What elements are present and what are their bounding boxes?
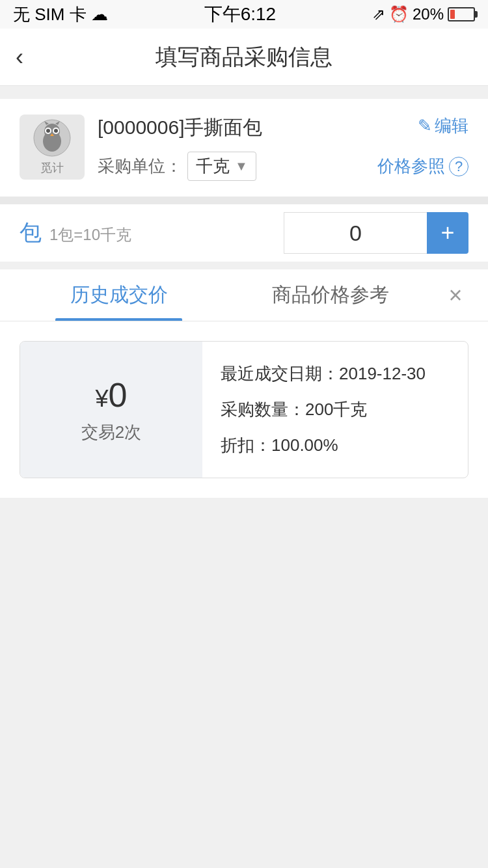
discount-value: 100.00% [271, 435, 338, 455]
status-time: 下午6:12 [204, 2, 277, 27]
quantity-row: 包 1包=10千克 0 + [0, 204, 488, 262]
quantity-input-group: 0 + [284, 212, 468, 254]
discount-item: 折扣：100.00% [221, 433, 450, 458]
history-price: ¥0 [96, 375, 128, 414]
tab-underline [55, 318, 182, 321]
unit-label-text: 采购单位： [98, 155, 182, 178]
tab-price-reference-label: 商品价格参考 [272, 282, 389, 308]
history-card: ¥0 交易2次 最近成交日期：2019-12-30 采购数量：200千克 折扣：… [20, 341, 468, 478]
battery-percent: 20% [413, 5, 444, 23]
edit-icon: ✎ [418, 116, 432, 136]
unit-selector[interactable]: 千克 ▼ [187, 152, 256, 181]
sim-label: 无 SIM 卡 ☁ [13, 3, 108, 26]
product-info: [0000006]手撕面包 ✎ 编辑 采购单位： 千克 ▼ 价格参照 ? [98, 115, 468, 181]
location-icon: ⇗ [372, 5, 385, 23]
purchase-qty-value: 200千克 [305, 400, 367, 419]
battery-fill [450, 10, 455, 19]
tab-content-history: ¥0 交易2次 最近成交日期：2019-12-30 采购数量：200千克 折扣：… [0, 321, 488, 498]
svg-point-5 [46, 129, 50, 133]
recent-date-item: 最近成交日期：2019-12-30 [221, 361, 450, 387]
price-value: 0 [109, 376, 128, 414]
unit-label: 采购单位： 千克 ▼ [98, 152, 256, 181]
unit-conversion-label: 1包=10千克 [49, 224, 131, 245]
history-card-left: ¥0 交易2次 [20, 342, 202, 478]
tab-price-reference[interactable]: 商品价格参考 [224, 269, 436, 321]
back-button[interactable]: ‹ [16, 44, 23, 71]
svg-point-6 [54, 129, 58, 133]
purchase-qty-item: 采购数量：200千克 [221, 397, 450, 422]
tabs-container: 历史成交价 商品价格参考 × ¥0 交易2次 最近成交日期：2019-12-3 [0, 269, 488, 498]
tabs-header: 历史成交价 商品价格参考 × [0, 269, 488, 321]
unit-value: 千克 [196, 155, 230, 178]
quantity-unit-info: 包 1包=10千克 [20, 218, 131, 248]
tab-history-price[interactable]: 历史成交价 [13, 269, 224, 321]
quantity-plus-button[interactable]: + [427, 212, 468, 254]
edit-button[interactable]: ✎ 编辑 [418, 115, 468, 137]
product-unit-row: 采购单位： 千克 ▼ 价格参照 ? [98, 152, 468, 181]
section-divider [0, 197, 488, 204]
recent-date-label: 最近成交日期： [221, 364, 339, 383]
product-card: 觅计 [0000006]手撕面包 ✎ 编辑 采购单位： 千克 ▼ [0, 99, 488, 197]
product-brand-label: 觅计 [40, 160, 64, 176]
product-thumbnail: 觅计 [20, 115, 85, 180]
product-image-placeholder [33, 118, 72, 157]
battery-icon [448, 7, 475, 21]
alarm-icon: ⏰ [389, 5, 409, 23]
product-name: [0000006]手撕面包 [98, 115, 262, 141]
main-content: 觅计 [0000006]手撕面包 ✎ 编辑 采购单位： 千克 ▼ [0, 99, 488, 868]
purchase-qty-label: 采购数量： [221, 400, 305, 419]
price-ref-button[interactable]: 价格参照 ? [377, 155, 468, 178]
edit-label: 编辑 [435, 115, 468, 137]
history-card-right: 最近成交日期：2019-12-30 采购数量：200千克 折扣：100.00% [202, 342, 468, 478]
price-ref-label: 价格参照 [377, 155, 445, 178]
price-symbol: ¥ [96, 385, 109, 412]
status-bar: 无 SIM 卡 ☁ 下午6:12 ⇗ ⏰ 20% [0, 0, 488, 29]
unit-big-label: 包 [20, 218, 42, 248]
tab-history-price-label: 历史成交价 [70, 282, 168, 308]
quantity-display[interactable]: 0 [284, 212, 427, 254]
dropdown-arrow-icon: ▼ [235, 159, 248, 174]
trade-count: 交易2次 [81, 421, 141, 444]
recent-date-value: 2019-12-30 [339, 364, 426, 383]
page-title: 填写商品采购信息 [156, 42, 332, 72]
discount-label: 折扣： [221, 435, 271, 455]
status-right: ⇗ ⏰ 20% [372, 5, 475, 23]
status-left: 无 SIM 卡 ☁ [13, 3, 108, 26]
nav-bar: ‹ 填写商品采购信息 [0, 29, 488, 86]
tab-close-button[interactable]: × [436, 276, 475, 315]
info-icon: ? [449, 157, 468, 176]
product-title-row: [0000006]手撕面包 ✎ 编辑 [98, 115, 468, 141]
